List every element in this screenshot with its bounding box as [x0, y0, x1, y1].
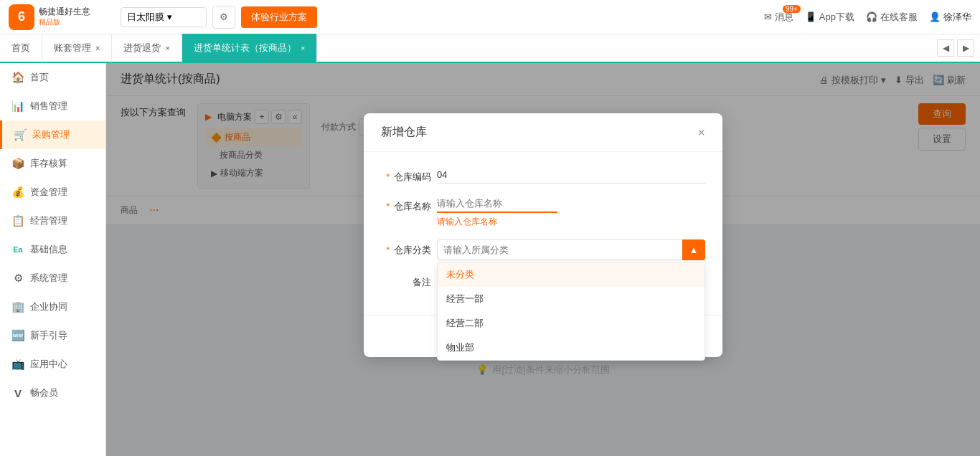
- tab-home-label: 首页: [11, 42, 30, 54]
- tab-purchase-stats-label: 进货单统计表（按商品）: [194, 42, 296, 54]
- appcenter-icon: 📺: [11, 358, 24, 371]
- tab-account[interactable]: 账套管理 ×: [42, 34, 112, 62]
- finance-icon: 💰: [11, 186, 24, 199]
- sidebar-item-home[interactable]: 🏠 首页: [0, 63, 105, 92]
- code-input[interactable]: [437, 166, 705, 184]
- sidebar-system-label: 系统管理: [30, 272, 67, 285]
- sidebar-item-system[interactable]: ⚙ 系统管理: [0, 264, 105, 293]
- logo-title: 畅捷通好生意: [39, 6, 90, 18]
- sidebar-item-guide[interactable]: 🆕 新手引导: [0, 321, 105, 350]
- sidebar-item-sales[interactable]: 📊 销售管理: [0, 92, 105, 120]
- tab-account-label: 账套管理: [54, 42, 91, 54]
- sidebar: 🏠 首页 📊 销售管理 🛒 采购管理 📦 库存核算 💰 资金管理 📋 经营管理 …: [0, 63, 106, 456]
- category-field-row: * 仓库分类 ▲ 未分类 经营一部 经营二部 物业部: [381, 239, 705, 260]
- name-field-row: * 仓库名称 请输入仓库名称: [381, 195, 705, 228]
- tab-prev-button[interactable]: ◀: [937, 39, 954, 57]
- code-label: * 仓库编码: [381, 166, 431, 184]
- arrow-up-icon: ▲: [689, 244, 699, 255]
- trial-button[interactable]: 体验行业方案: [241, 6, 317, 28]
- headset-icon: 🎧: [866, 11, 877, 22]
- gear-icon: ⚙: [220, 11, 228, 22]
- category-input[interactable]: [437, 239, 705, 260]
- user-profile[interactable]: 👤 徐泽华: [929, 11, 971, 24]
- app-download-item[interactable]: 📱 App下载: [805, 11, 854, 24]
- message-item[interactable]: ✉ 消息 99+: [764, 11, 793, 24]
- logo-badge: 精品版: [39, 17, 90, 27]
- topbar-right: ✉ 消息 99+ 📱 App下载 🎧 在线客服 👤 徐泽华: [764, 11, 971, 24]
- store-selector[interactable]: 日太阳膜 ▾: [121, 7, 207, 27]
- tab-account-close[interactable]: ×: [95, 44, 100, 52]
- category-dropdown-button[interactable]: ▲: [682, 239, 705, 260]
- guide-icon: 🆕: [11, 329, 24, 342]
- topbar: 6 畅捷通好生意 精品版 日太阳膜 ▾ ⚙ 体验行业方案 ✉ 消息 99+ 📱 …: [0, 0, 980, 34]
- tab-home[interactable]: 首页: [0, 34, 42, 62]
- inventory-icon: 📦: [11, 157, 24, 170]
- sidebar-item-basic[interactable]: Ea 基础信息: [0, 235, 105, 264]
- system-icon: ⚙: [11, 272, 24, 285]
- sidebar-appcenter-label: 应用中心: [30, 358, 67, 371]
- sidebar-enterprise-label: 企业协同: [30, 300, 67, 313]
- code-field-row: * 仓库编码: [381, 166, 705, 184]
- tab-purchase-stats[interactable]: 进货单统计表（按商品） ×: [182, 34, 317, 62]
- store-name: 日太阳膜: [127, 11, 164, 24]
- sidebar-item-appcenter[interactable]: 📺 应用中心: [0, 350, 105, 379]
- sidebar-purchase-label: 采购管理: [32, 128, 70, 141]
- sidebar-vip-label: 畅会员: [30, 386, 58, 399]
- category-select-wrap: ▲ 未分类 经营一部 经营二部 物业部: [437, 239, 705, 260]
- user-name: 徐泽华: [943, 11, 971, 24]
- sidebar-item-vip[interactable]: V 畅会员: [0, 379, 105, 407]
- sidebar-item-finance[interactable]: 💰 资金管理: [0, 178, 105, 206]
- sidebar-finance-label: 资金管理: [30, 186, 67, 199]
- dropdown-item-op2[interactable]: 经营二部: [438, 311, 705, 336]
- main-layout: 🏠 首页 📊 销售管理 🛒 采购管理 📦 库存核算 💰 资金管理 📋 经营管理 …: [0, 63, 980, 456]
- sidebar-item-purchase[interactable]: 🛒 采购管理: [0, 120, 105, 149]
- sidebar-inventory-label: 库存核算: [30, 157, 67, 170]
- modal-body: * 仓库编码 * 仓库名称 请输入仓库名称: [364, 152, 722, 315]
- tab-purchase-return-close[interactable]: ×: [165, 44, 169, 52]
- modal-close-button[interactable]: ×: [697, 126, 705, 139]
- add-warehouse-modal: 新增仓库 × * 仓库编码 * 仓库名称: [364, 113, 722, 357]
- sidebar-sales-label: 销售管理: [30, 100, 67, 113]
- enterprise-icon: 🏢: [11, 300, 24, 313]
- tab-purchase-return-label: 进货退货: [123, 42, 161, 54]
- logo-icon: 6: [9, 4, 34, 30]
- sales-icon: 📊: [11, 100, 24, 113]
- dropdown-item-prop[interactable]: 物业部: [438, 336, 705, 360]
- gear-button[interactable]: ⚙: [212, 6, 235, 29]
- name-label: * 仓库名称: [381, 196, 431, 213]
- category-dropdown-list: 未分类 经营一部 经营二部 物业部: [437, 262, 705, 361]
- dropdown-item-uncat[interactable]: 未分类: [438, 262, 705, 287]
- message-icon: ✉: [764, 11, 772, 22]
- name-input[interactable]: [437, 195, 557, 213]
- tabbar: 首页 账套管理 × 进货退货 × 进货单统计表（按商品） × ◀ ▶: [0, 34, 980, 63]
- tab-purchase-stats-close[interactable]: ×: [301, 44, 305, 52]
- modal-title: 新增仓库: [381, 125, 427, 140]
- sidebar-operations-label: 经营管理: [30, 214, 67, 227]
- remarks-label: 备注: [381, 272, 431, 289]
- sidebar-item-enterprise[interactable]: 🏢 企业协同: [0, 293, 105, 321]
- name-error-msg: 请输入仓库名称: [437, 217, 497, 227]
- vip-icon: V: [11, 386, 24, 399]
- sidebar-guide-label: 新手引导: [30, 329, 67, 342]
- online-service-item[interactable]: 🎧 在线客服: [866, 11, 918, 24]
- tab-next-button[interactable]: ▶: [957, 39, 974, 57]
- sidebar-item-inventory[interactable]: 📦 库存核算: [0, 149, 105, 178]
- content-area: 进货单统计(按商品) 🖨 按模板打印 ▾ ⬇ 导出 🔄 刷新: [106, 63, 980, 456]
- sidebar-home-label: 首页: [30, 71, 49, 84]
- operations-icon: 📋: [11, 214, 24, 227]
- home-icon: 🏠: [11, 71, 24, 84]
- tab-purchase-return[interactable]: 进货退货 ×: [112, 34, 182, 62]
- purchase-icon: 🛒: [14, 128, 27, 141]
- online-service-label: 在线客服: [880, 11, 918, 24]
- message-badge: 99+: [783, 5, 801, 13]
- avatar-icon: 👤: [929, 11, 941, 22]
- chevron-down-icon: ▾: [167, 11, 172, 22]
- basic-icon: Ea: [11, 243, 24, 256]
- category-label: * 仓库分类: [381, 239, 431, 257]
- logo-area: 6 畅捷通好生意 精品版: [9, 4, 115, 30]
- app-download-label: App下载: [819, 11, 854, 24]
- sidebar-item-operations[interactable]: 📋 经营管理: [0, 206, 105, 235]
- modal-header: 新增仓库 ×: [364, 113, 722, 152]
- tab-controls: ◀ ▶: [937, 39, 980, 57]
- dropdown-item-op1[interactable]: 经营一部: [438, 287, 705, 311]
